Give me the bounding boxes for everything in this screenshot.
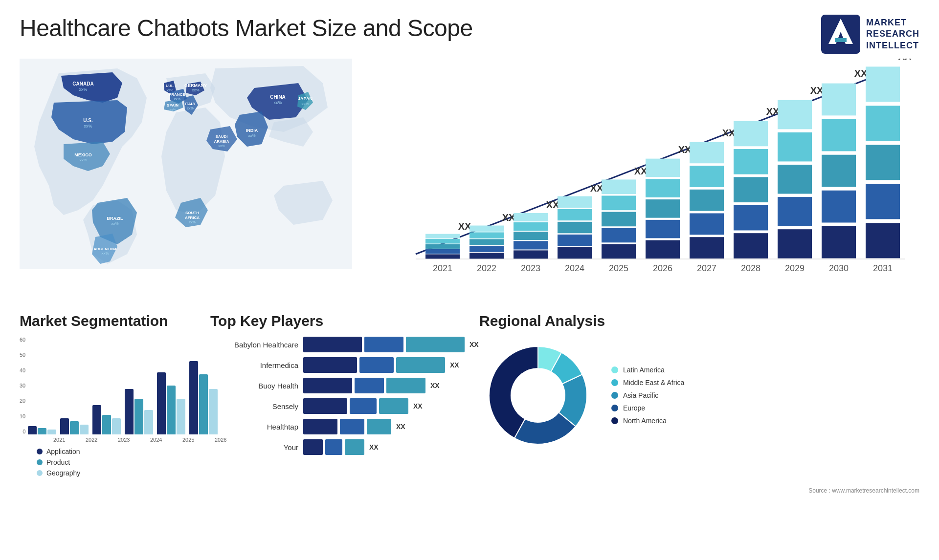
legend-label: Product — [46, 458, 70, 466]
svg-text:XX: XX — [546, 199, 559, 210]
svg-rect-41 — [425, 239, 460, 243]
top-content: CANADA xx% U.S. xx% MEXICO xx% BRAZIL xx… — [0, 59, 939, 303]
svg-text:ARGENTINA: ARGENTINA — [93, 247, 117, 251]
regional-legend-item: North America — [611, 417, 684, 425]
player-rows: Babylon HealthcareXXInfermedicaXXBuoy He… — [210, 337, 465, 455]
svg-text:SAUDI: SAUDI — [216, 134, 228, 139]
svg-rect-38 — [425, 254, 460, 258]
logo-icon — [821, 15, 860, 54]
player-xx-label: XX — [369, 443, 379, 451]
svg-rect-69 — [602, 195, 636, 210]
svg-text:XX: XX — [458, 221, 471, 232]
player-row: InfermedicaXX — [210, 357, 465, 373]
seg-bars — [28, 337, 235, 434]
svg-text:XX: XX — [590, 183, 604, 194]
svg-text:2026: 2026 — [653, 263, 672, 273]
svg-text:xx%: xx% — [79, 158, 87, 162]
seg-x-label: 2025 — [174, 437, 202, 443]
svg-rect-2 — [835, 38, 847, 42]
regional-legend-item: Latin America — [611, 366, 684, 374]
svg-rect-108 — [866, 223, 900, 258]
donut-chart-svg — [479, 337, 597, 454]
logo-text: MARKET RESEARCH INTELLECT — [866, 17, 919, 51]
seg-x-label: 2023 — [110, 437, 138, 443]
svg-rect-90 — [734, 149, 768, 174]
regional-dot — [611, 417, 618, 424]
svg-rect-60 — [558, 235, 592, 246]
regional-dot — [611, 379, 618, 386]
svg-rect-81 — [690, 214, 724, 235]
player-bar-container: XX — [303, 357, 465, 373]
svg-text:2027: 2027 — [697, 263, 716, 273]
svg-text:FRANCE: FRANCE — [169, 92, 185, 97]
svg-point-116 — [512, 369, 564, 421]
svg-text:ITALY: ITALY — [185, 102, 196, 106]
player-bar-container: XX — [303, 337, 479, 352]
svg-text:xx%: xx% — [248, 133, 255, 138]
svg-rect-74 — [646, 220, 680, 238]
bottom-section: Market Segmentation 6050403020100 202120… — [0, 303, 939, 485]
player-row: Babylon HealthcareXX — [210, 337, 465, 352]
player-bar-container: XX — [303, 378, 465, 393]
svg-rect-94 — [778, 229, 812, 258]
player-bar-segment — [303, 439, 323, 455]
player-bar-segment — [345, 439, 364, 455]
svg-rect-101 — [822, 226, 856, 258]
legend-dot — [37, 459, 43, 465]
legend-dot — [37, 449, 43, 454]
player-bar-segment — [303, 337, 362, 352]
svg-rect-102 — [822, 191, 856, 223]
svg-text:xx%: xx% — [192, 88, 199, 92]
svg-text:AFRICA: AFRICA — [185, 215, 200, 220]
svg-rect-48 — [470, 232, 504, 238]
player-bar-segment — [355, 378, 384, 393]
seg-bar — [134, 399, 143, 434]
player-row: Buoy HealthXX — [210, 378, 465, 393]
svg-text:xx%: xx% — [166, 88, 173, 92]
svg-rect-88 — [734, 205, 768, 231]
bar-chart-svg: 2021XX2022XX2023XX2024XX2025XX2026XX2027… — [372, 59, 919, 293]
svg-text:2028: 2028 — [741, 263, 760, 273]
player-xx-label: XX — [396, 423, 405, 431]
svg-text:2021: 2021 — [433, 263, 452, 273]
player-bar-segment — [303, 398, 347, 414]
svg-rect-46 — [470, 246, 504, 252]
svg-text:xx%: xx% — [218, 144, 224, 148]
player-bar-segment — [359, 357, 394, 373]
legend-dot — [37, 470, 43, 476]
regional-label: North America — [623, 417, 667, 425]
player-name: Healthtap — [210, 423, 298, 431]
svg-rect-104 — [822, 119, 856, 151]
legend-item: Application — [37, 448, 196, 455]
player-name: Buoy Health — [210, 382, 298, 390]
svg-text:2031: 2031 — [873, 263, 893, 273]
svg-rect-105 — [822, 84, 856, 116]
svg-rect-89 — [734, 177, 768, 202]
svg-rect-84 — [690, 142, 724, 163]
svg-rect-61 — [558, 222, 592, 233]
seg-bar-group — [125, 389, 153, 434]
seg-bar-group — [157, 372, 185, 434]
seg-y-label: 10 — [20, 413, 25, 419]
player-bar-container: XX — [303, 419, 465, 434]
svg-rect-47 — [470, 239, 504, 245]
page-title: Healthcare Chatbots Market Size and Scop… — [20, 15, 473, 42]
player-bar-segment — [350, 398, 377, 414]
regional-legend-item: Middle East & Africa — [611, 379, 684, 387]
svg-text:xx%: xx% — [169, 108, 176, 111]
player-bar-segment — [396, 357, 445, 373]
svg-rect-62 — [558, 209, 592, 220]
seg-legend: ApplicationProductGeography — [37, 448, 196, 477]
svg-text:ARABIA: ARABIA — [214, 139, 229, 144]
svg-text:xx%: xx% — [79, 87, 87, 92]
player-row: YourXX — [210, 439, 465, 455]
svg-rect-77 — [646, 159, 680, 177]
svg-rect-95 — [778, 197, 812, 226]
logo-area: MARKET RESEARCH INTELLECT — [821, 15, 919, 54]
player-name: Sensely — [210, 402, 298, 410]
seg-x-label: 2021 — [45, 437, 73, 443]
svg-rect-56 — [514, 213, 548, 221]
seg-y-label: 60 — [20, 337, 25, 343]
svg-text:XX: XX — [634, 166, 648, 176]
svg-text:xx%: xx% — [273, 100, 282, 105]
